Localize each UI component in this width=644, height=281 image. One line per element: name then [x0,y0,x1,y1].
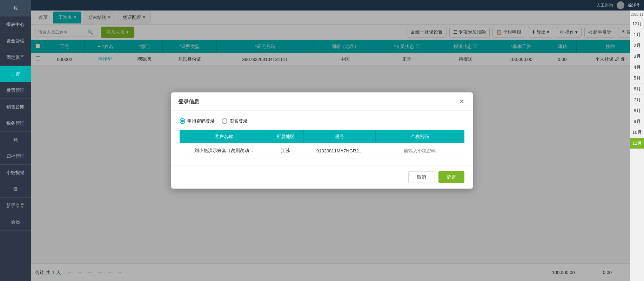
region-header: 所属地区 [268,130,304,143]
user-avatar [617,1,624,9]
radio-password-circle [180,118,185,124]
calendar-month-2[interactable]: 2月 [630,40,644,51]
login-type-radio-group: 申报密码登录 实名登录 [180,118,464,124]
client-info-table: 客户名称 所属地区 税号 个税密码 刘小艳演示账套（勿删勿动... 江苏 913… [180,130,464,158]
radio-option-password[interactable]: 申报密码登录 [180,118,215,124]
client-name-header: 客户名称 [180,130,268,143]
calendar-month-10[interactable]: 10月 [630,127,644,138]
calendar-month-4[interactable]: 4月 [630,62,644,73]
radio-realname-circle [222,118,227,124]
dialog-footer: 取消 确定 [171,165,473,189]
login-dialog: 登录信息 ✕ 申报密码登录 实名登录 客户名称 所属地区 税号 个税密码 [171,92,473,189]
sidebar-item-report-center[interactable]: 报表中心 [0,16,31,33]
sidebar-item-guide[interactable]: 新手引导 [0,198,31,214]
dialog-close-button[interactable]: ✕ [457,97,466,106]
calendar-month-9[interactable]: 9月 [630,116,644,127]
radio-option-realname[interactable]: 实名登录 [222,118,248,124]
sidebar-item-fixed-assets[interactable]: 固定资产 [0,49,31,66]
calendar-month-6[interactable]: 6月 [630,84,644,95]
sidebar-item-account2[interactable]: 账 [0,132,31,148]
tax-id-header: 税号 [303,130,375,143]
tax-id-cell: 91320811MA7NGR2... [303,143,375,158]
tax-password-header: 个税密码 [375,130,464,143]
dialog-header: 登录信息 ✕ [171,92,473,111]
dialog-body: 申报密码登录 实名登录 客户名称 所属地区 税号 个税密码 刘小艳演示账套（勿删… [171,111,473,165]
calendar-month-1[interactable]: 1月 [630,29,644,40]
sidebar-item-fund-management[interactable]: 资金管理 [0,33,31,49]
calendar-month-11[interactable]: 11月 [630,138,644,149]
client-name-cell: 刘小艳演示账套（勿删勿动... [180,143,268,158]
calendar-month-5[interactable]: 5月 [630,73,644,84]
topbar: 人工咨询 徐泽华 [31,0,644,11]
cancel-button[interactable]: 取消 [408,171,435,183]
calendar-month-12[interactable]: 12月 [630,19,644,29]
sidebar: 账 报表中心 资金管理 固定资产 工资 发票管理 销售台账 税务管理 账 归档管… [0,0,31,281]
user-name[interactable]: 徐泽华 [628,2,640,8]
calendar-month-8[interactable]: 8月 [630,105,644,116]
calendar-month-3[interactable]: 3月 [630,51,644,62]
sidebar-item-archive[interactable]: 归档管理 [0,148,31,165]
confirm-button[interactable]: 确定 [438,171,464,183]
ai-consult-label[interactable]: 人工咨询 [596,2,613,8]
calendar-year: 2023.11 [631,11,643,19]
tax-password-cell[interactable] [375,143,464,158]
sidebar-item-account[interactable]: 账 [0,0,31,16]
sidebar-item-tax-management[interactable]: 税务管理 [0,115,31,132]
sidebar-item-salary[interactable]: 工资 [0,66,31,82]
sidebar-item-invoice[interactable]: 发票管理 [0,82,31,99]
tax-password-input[interactable] [380,148,460,153]
region-cell: 江苏 [268,143,304,158]
calendar-panel: 2023.11 12月 1月 2月 3月 4月 5月 6月 7月 8月 9月 1… [630,11,644,281]
calendar-month-7[interactable]: 7月 [630,95,644,105]
sidebar-item-sales-ledger[interactable]: 销售台账 [0,99,31,115]
sidebar-item-expense[interactable]: 小畅报销 [0,165,31,181]
sidebar-item-member[interactable]: 会员 [0,214,31,231]
client-info-row: 刘小艳演示账套（勿删勿动... 江苏 91320811MA7NGR2... [180,143,464,158]
sidebar-item-settings[interactable]: 设 [0,181,31,198]
dialog-title: 登录信息 [178,98,199,105]
